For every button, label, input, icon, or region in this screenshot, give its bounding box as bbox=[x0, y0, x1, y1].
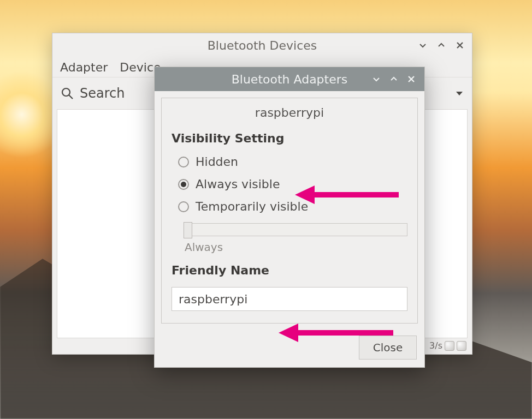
radio-icon bbox=[178, 157, 189, 167]
friendly-name-heading: Friendly Name bbox=[172, 264, 407, 277]
visibility-option-hidden[interactable]: Hidden bbox=[172, 151, 407, 173]
status-indicator-2 bbox=[457, 341, 466, 351]
adapters-dialog-title: Bluetooth Adapters bbox=[232, 73, 348, 86]
devices-window-controls bbox=[418, 33, 466, 57]
slider-value-label: Always bbox=[172, 237, 407, 254]
minimize-button[interactable] bbox=[418, 41, 429, 50]
radio-icon bbox=[178, 201, 189, 212]
visibility-option-always[interactable]: Always visible bbox=[172, 173, 407, 195]
adapters-maximize-button[interactable] bbox=[389, 75, 400, 83]
friendly-name-input[interactable] bbox=[172, 287, 407, 311]
search-label: Search bbox=[80, 86, 125, 101]
devices-titlebar: Bluetooth Devices bbox=[52, 33, 472, 57]
visibility-option-label: Always visible bbox=[196, 177, 280, 191]
bluetooth-adapters-dialog: Bluetooth Adapters raspberrypi Visibilit… bbox=[154, 67, 425, 368]
status-rate: 3/s bbox=[429, 340, 442, 351]
svg-line-3 bbox=[69, 95, 73, 99]
adapters-window-controls bbox=[372, 67, 418, 91]
visibility-duration-slider[interactable] bbox=[172, 218, 407, 237]
slider-handle[interactable] bbox=[184, 222, 192, 238]
adapters-close-button[interactable] bbox=[407, 75, 418, 83]
adapters-dialog-buttons: Close bbox=[155, 330, 424, 367]
visibility-heading: Visibility Setting bbox=[172, 131, 407, 145]
slider-track bbox=[184, 223, 407, 236]
visibility-option-temporary[interactable]: Temporarily visible bbox=[172, 195, 407, 218]
adapters-body: raspberrypi Visibility Setting Hidden Al… bbox=[155, 91, 424, 330]
adapters-titlebar: Bluetooth Adapters bbox=[155, 67, 424, 91]
menu-adapter[interactable]: Adapter bbox=[60, 61, 108, 74]
devices-statusbar: 3/s bbox=[429, 340, 466, 351]
visibility-option-label: Hidden bbox=[196, 155, 238, 169]
adapter-page: raspberrypi Visibility Setting Hidden Al… bbox=[161, 98, 418, 324]
close-dialog-button[interactable]: Close bbox=[359, 336, 417, 360]
visibility-option-label: Temporarily visible bbox=[196, 200, 308, 213]
svg-point-2 bbox=[62, 88, 70, 96]
radio-icon bbox=[178, 179, 189, 190]
svg-marker-4 bbox=[456, 92, 463, 95]
search-button[interactable]: Search bbox=[60, 86, 125, 101]
toolbar-menu-dropdown[interactable] bbox=[454, 88, 464, 98]
search-icon bbox=[60, 86, 74, 100]
close-button-label: Close bbox=[373, 341, 403, 354]
adapters-minimize-button[interactable] bbox=[372, 75, 383, 83]
devices-window-title: Bluetooth Devices bbox=[208, 39, 317, 52]
adapter-name-label: raspberrypi bbox=[172, 104, 407, 128]
close-button[interactable] bbox=[456, 41, 466, 50]
maximize-button[interactable] bbox=[437, 41, 448, 50]
status-indicator-1 bbox=[445, 341, 454, 351]
